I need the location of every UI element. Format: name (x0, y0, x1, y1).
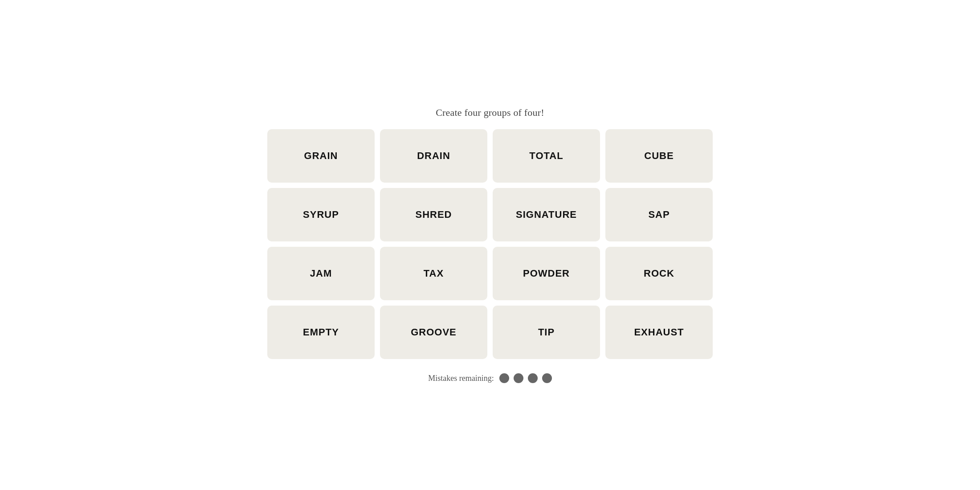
word-card-groove[interactable]: GROOVE (380, 306, 487, 359)
word-label-syrup: SYRUP (303, 209, 339, 220)
word-grid: GRAINDRAINTOTALCUBESYRUPSHREDSIGNATURESA… (267, 129, 713, 359)
word-label-sap: SAP (648, 209, 670, 220)
word-label-rock: ROCK (644, 268, 674, 279)
word-label-empty: EMPTY (303, 327, 339, 338)
mistake-dot-3 (528, 373, 538, 383)
word-label-exhaust: EXHAUST (634, 327, 684, 338)
word-card-empty[interactable]: EMPTY (267, 306, 375, 359)
word-card-drain[interactable]: DRAIN (380, 129, 487, 183)
game-container: Create four groups of four! GRAINDRAINTO… (267, 107, 713, 383)
word-card-signature[interactable]: SIGNATURE (493, 188, 600, 241)
word-label-powder: POWDER (523, 268, 570, 279)
word-card-grain[interactable]: GRAIN (267, 129, 375, 183)
word-card-jam[interactable]: JAM (267, 247, 375, 300)
word-label-total: TOTAL (529, 150, 563, 162)
word-card-cube[interactable]: CUBE (605, 129, 713, 183)
word-card-syrup[interactable]: SYRUP (267, 188, 375, 241)
mistake-dot-2 (514, 373, 523, 383)
mistake-dot-1 (499, 373, 509, 383)
mistakes-dots (499, 373, 552, 383)
word-label-grain: GRAIN (304, 150, 338, 162)
word-label-cube: CUBE (644, 150, 674, 162)
word-card-shred[interactable]: SHRED (380, 188, 487, 241)
mistake-dot-4 (542, 373, 552, 383)
word-card-exhaust[interactable]: EXHAUST (605, 306, 713, 359)
mistakes-label: Mistakes remaining: (428, 374, 494, 383)
word-label-tax: TAX (424, 268, 444, 279)
word-card-sap[interactable]: SAP (605, 188, 713, 241)
word-card-rock[interactable]: ROCK (605, 247, 713, 300)
word-card-tax[interactable]: TAX (380, 247, 487, 300)
word-card-total[interactable]: TOTAL (493, 129, 600, 183)
word-label-groove: GROOVE (411, 327, 457, 338)
word-label-jam: JAM (310, 268, 332, 279)
word-label-signature: SIGNATURE (516, 209, 577, 220)
mistakes-section: Mistakes remaining: (428, 373, 551, 383)
subtitle: Create four groups of four! (436, 107, 544, 118)
word-label-tip: TIP (538, 327, 555, 338)
word-card-tip[interactable]: TIP (493, 306, 600, 359)
word-label-shred: SHRED (415, 209, 452, 220)
word-card-powder[interactable]: POWDER (493, 247, 600, 300)
word-label-drain: DRAIN (417, 150, 450, 162)
